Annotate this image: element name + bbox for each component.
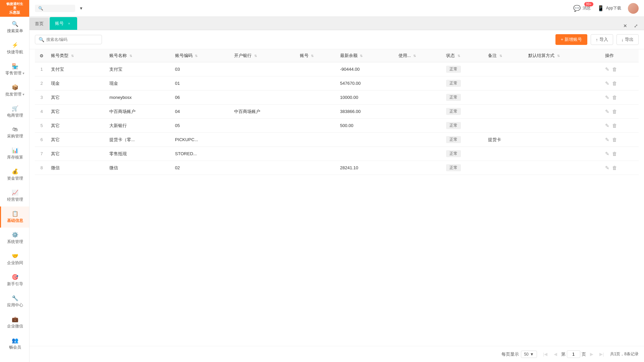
delete-icon-6[interactable]: 🗑 bbox=[612, 151, 617, 157]
th-settings[interactable]: ⚙ bbox=[35, 49, 48, 62]
app-download-button[interactable]: 📱 App下载 bbox=[597, 5, 621, 11]
sidebar-label-3: 批发管理 bbox=[5, 92, 21, 97]
sidebar-item-0[interactable]: 🔍搜索菜单 bbox=[0, 17, 29, 38]
table-header: ⚙ 账号类型 ⇅ 账号名称 ⇅ 账号编码 ⇅ 开户银行 ⇅ 账号 ⇅ 最新余额 … bbox=[35, 49, 639, 62]
th-status[interactable]: 状态 ⇅ bbox=[443, 49, 485, 62]
tab-close-all-button[interactable]: ✕ bbox=[621, 22, 629, 30]
delete-icon-3[interactable]: 🗑 bbox=[612, 109, 617, 114]
search-box[interactable]: 🔍 bbox=[35, 35, 102, 44]
sidebar-icon-5: 🛍 bbox=[4, 126, 26, 132]
delete-icon-2[interactable]: 🗑 bbox=[612, 95, 617, 100]
sidebar-item-13[interactable]: 🔧应用中心 bbox=[0, 291, 29, 312]
sidebar-item-1[interactable]: ⚡快捷导航 bbox=[0, 38, 29, 59]
prev-page-button[interactable]: ◀ bbox=[551, 350, 560, 359]
th-account[interactable]: 账号 ⇅ bbox=[297, 49, 337, 62]
tab-close-1[interactable]: × bbox=[66, 21, 72, 26]
th-name[interactable]: 账号名称 ⇅ bbox=[107, 49, 172, 62]
header-dropdown[interactable]: ▼ bbox=[79, 6, 83, 11]
next-page-button[interactable]: ▶ bbox=[587, 350, 596, 359]
status-badge-2: 正常 bbox=[446, 94, 461, 101]
page-number-input[interactable] bbox=[567, 350, 580, 358]
cell-default-payment-0 bbox=[526, 62, 602, 76]
export-button[interactable]: ↓ 导出 bbox=[616, 34, 639, 45]
page-size-label: 每页显示 bbox=[501, 351, 519, 357]
cell-account-2 bbox=[297, 90, 337, 105]
cell-usage-1 bbox=[396, 76, 444, 90]
user-avatar[interactable] bbox=[628, 3, 639, 14]
sidebar-item-11[interactable]: 🤝企业协同 bbox=[0, 249, 29, 270]
sidebar-item-8[interactable]: 📈经营管理 bbox=[0, 185, 29, 206]
tab-1[interactable]: 账号× bbox=[50, 17, 77, 30]
sidebar-item-6[interactable]: 📊库存核算 bbox=[0, 143, 29, 164]
cell-name-0: 支付宝 bbox=[107, 62, 172, 76]
search-input[interactable] bbox=[46, 37, 98, 42]
tab-expand-button[interactable]: ⤢ bbox=[632, 22, 640, 30]
first-page-button[interactable]: |◀ bbox=[541, 350, 550, 359]
cell-default-payment-6 bbox=[526, 147, 602, 161]
sidebar-item-4[interactable]: 🛒电商管理 bbox=[0, 101, 29, 122]
page-size-dropdown[interactable]: 50 ▼ bbox=[521, 351, 537, 358]
cell-type-5: 其它 bbox=[48, 133, 107, 147]
cell-action-6: ✎ 🗑 bbox=[602, 147, 639, 161]
delete-icon-4[interactable]: 🗑 bbox=[612, 123, 617, 128]
cell-account-3 bbox=[297, 105, 337, 119]
cell-num-6: 7 bbox=[35, 147, 48, 161]
sidebar-item-5[interactable]: 🛍采购管理 bbox=[0, 122, 29, 143]
cell-name-3: 中百商场账户 bbox=[107, 105, 172, 119]
th-code[interactable]: 账号编码 ⇅ bbox=[172, 49, 231, 62]
cell-name-7: 微信 bbox=[107, 161, 172, 175]
tab-label-0: 首页 bbox=[35, 21, 44, 27]
main-area: 🔍 ▼ 💬 消息 99+ 📱 App下载 首页账号× ✕ bbox=[30, 0, 644, 362]
tab-label-1: 账号 bbox=[55, 20, 64, 26]
sidebar-item-15[interactable]: 👥畅会员 bbox=[0, 333, 29, 354]
tab-0[interactable]: 首页 bbox=[30, 18, 49, 30]
cell-num-1: 2 bbox=[35, 76, 48, 90]
edit-icon-5[interactable]: ✎ bbox=[605, 137, 609, 143]
th-type[interactable]: 账号类型 ⇅ bbox=[48, 49, 107, 62]
sidebar-item-14[interactable]: 💼企业微信 bbox=[0, 312, 29, 333]
th-usage[interactable]: 使用... ⇅ bbox=[396, 49, 444, 62]
th-balance[interactable]: 最新余额 ⇅ bbox=[337, 49, 396, 62]
cell-bank-3: 中百商场账户 bbox=[231, 105, 297, 119]
header-search[interactable]: 🔍 bbox=[35, 5, 75, 12]
status-badge-3: 正常 bbox=[446, 108, 461, 115]
sidebar-item-9[interactable]: 📋基础信息 bbox=[0, 206, 29, 228]
edit-icon-0[interactable]: ✎ bbox=[605, 66, 609, 72]
edit-icon-1[interactable]: ✎ bbox=[605, 80, 609, 86]
table-row: 4 其它 中百商场账户 04 中百商场账户 383866.00 正常 ✎ 🗑 bbox=[35, 105, 639, 119]
th-note[interactable]: 备注 ⇅ bbox=[485, 49, 526, 62]
cell-balance-5 bbox=[337, 133, 396, 147]
th-bank[interactable]: 开户银行 ⇅ bbox=[231, 49, 297, 62]
last-page-button[interactable]: ▶| bbox=[597, 350, 606, 359]
add-account-button[interactable]: + 新增账号 bbox=[555, 34, 587, 45]
sidebar: 畅捷通时生意 乐惠版 🔍搜索菜单⚡快捷导航🏪零售管理▼📦批发管理▼🛒电商管理🛍采… bbox=[0, 0, 30, 362]
export-label: 导出 bbox=[625, 37, 634, 43]
page-input: 第 页 bbox=[561, 350, 586, 358]
edit-icon-7[interactable]: ✎ bbox=[605, 165, 609, 171]
edit-icon-3[interactable]: ✎ bbox=[605, 109, 609, 115]
cell-name-1: 现金 bbox=[107, 76, 172, 90]
delete-icon-0[interactable]: 🗑 bbox=[612, 66, 617, 72]
import-button[interactable]: ↑ 导入 bbox=[591, 34, 613, 45]
th-default-payment[interactable]: 默认结算方式 ⇅ bbox=[526, 49, 602, 62]
cell-code-0: 03 bbox=[172, 62, 231, 76]
message-button[interactable]: 💬 消息 99+ bbox=[573, 5, 591, 12]
table-row: 2 现金 现金 01 547670.00 正常 ✎ 🗑 bbox=[35, 76, 639, 90]
sidebar-item-12[interactable]: 🎯新手引导 bbox=[0, 270, 29, 291]
sidebar-item-3[interactable]: 📦批发管理▼ bbox=[0, 80, 29, 101]
sidebar-item-2[interactable]: 🏪零售管理▼ bbox=[0, 59, 29, 80]
delete-icon-7[interactable]: 🗑 bbox=[612, 165, 617, 171]
sidebar-item-7[interactable]: 💰资金管理 bbox=[0, 164, 29, 185]
cell-code-2: 06 bbox=[172, 90, 231, 105]
delete-icon-5[interactable]: 🗑 bbox=[612, 137, 617, 142]
sidebar-icon-9: 📋 bbox=[4, 210, 26, 217]
cell-action-7: ✎ 🗑 bbox=[602, 161, 639, 175]
sidebar-label-14: 企业微信 bbox=[7, 323, 23, 329]
cell-action-3: ✎ 🗑 bbox=[602, 105, 639, 119]
edit-icon-4[interactable]: ✎ bbox=[605, 123, 609, 129]
sidebar-item-10[interactable]: ⚙️系统管理 bbox=[0, 228, 29, 249]
sidebar-label-13: 应用中心 bbox=[7, 302, 23, 308]
edit-icon-6[interactable]: ✎ bbox=[605, 151, 609, 157]
edit-icon-2[interactable]: ✎ bbox=[605, 95, 609, 101]
delete-icon-1[interactable]: 🗑 bbox=[612, 80, 617, 86]
